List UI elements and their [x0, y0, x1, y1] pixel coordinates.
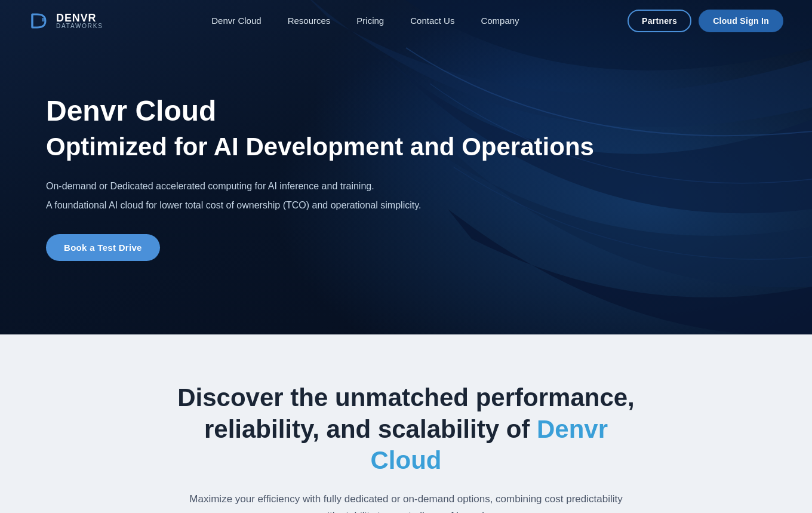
cloud-signin-button[interactable]: Cloud Sign In [699, 10, 783, 32]
nav-item-contact-us[interactable]: Contact Us [397, 0, 467, 41]
logo-text: DENVR dataworks [56, 13, 103, 29]
hero-desc-2: A foundational AI cloud for lower total … [46, 198, 812, 213]
nav-item-pricing[interactable]: Pricing [343, 0, 397, 41]
hero-title: Denvr Cloud [46, 96, 812, 127]
logo-sub: dataworks [56, 23, 103, 29]
nav-actions: Partners Cloud Sign In [628, 10, 783, 32]
discover-heading: Discover the unmatched performance,relia… [173, 382, 639, 477]
logo[interactable]: DENVR dataworks [29, 10, 103, 32]
svg-rect-1 [42, 18, 45, 21]
logo-icon [29, 10, 51, 32]
discover-section: Discover the unmatched performance,relia… [0, 334, 812, 513]
book-test-drive-button[interactable]: Book a Test Drive [46, 234, 160, 261]
nav-item-denvr-cloud[interactable]: Denvr Cloud [198, 0, 274, 41]
discover-body: Maximize your efficiency with fully dedi… [179, 491, 633, 514]
hero-subtitle: Optimized for AI Development and Operati… [46, 132, 812, 162]
partners-button[interactable]: Partners [628, 10, 691, 32]
logo-brand: DENVR [56, 13, 103, 23]
hero-section: DENVR dataworks Denvr Cloud Resources Pr… [0, 0, 812, 334]
nav-links: Denvr Cloud Resources Pricing Contact Us… [198, 0, 532, 41]
navbar: DENVR dataworks Denvr Cloud Resources Pr… [0, 0, 812, 41]
hero-desc-1: On-demand or Dedicated accelerated compu… [46, 179, 812, 194]
nav-item-company[interactable]: Company [467, 0, 532, 41]
nav-item-resources[interactable]: Resources [275, 0, 344, 41]
